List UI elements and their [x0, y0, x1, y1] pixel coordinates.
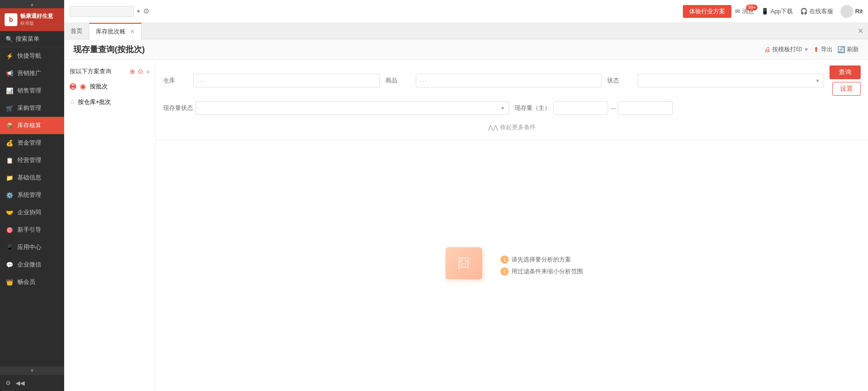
export-btn[interactable]: ⬆ 导出: [813, 45, 833, 54]
page-header-actions: 🖨 按模板打印 ▼ ⬆ 导出 🔄 刷新: [764, 45, 859, 54]
filter-option-by-warehouse-batch[interactable]: ○ 按仓库+批次: [64, 94, 155, 110]
sidebar-item-purchase[interactable]: 🛒 采购管理: [0, 99, 64, 117]
product-field: 商品 ···: [385, 74, 602, 87]
collapse-sidebar-icon[interactable]: ◀◀: [16, 380, 25, 386]
sidebar-item-quick-nav[interactable]: ⚡ 快捷导航: [0, 47, 64, 65]
tab-inventory-batch[interactable]: 库存批次账 ✕: [89, 23, 142, 39]
sidebar: ▲ b 畅康通好生意 标准版 🔍 搜索菜单 ⚡ 快捷导航 📢 营销推广 📊 销售…: [0, 0, 64, 391]
sidebar-item-system[interactable]: ⚙️ 系统管理: [0, 186, 64, 204]
status-select[interactable]: ▼: [637, 74, 824, 87]
sidebar-brand: 畅康通好生意 标准版: [20, 13, 53, 27]
filter-row-1: 仓库 ··· 商品 ··· 状态: [163, 65, 861, 96]
user-menu[interactable]: Rit: [841, 5, 863, 18]
member-label: 畅会员: [17, 278, 35, 286]
page-title: 现存量查询(按批次): [73, 44, 145, 55]
filter-settings-icon[interactable]: ⊙: [138, 68, 143, 75]
refresh-btn[interactable]: 🔄 刷新: [837, 45, 859, 54]
newbie-icon: 🎯: [5, 226, 14, 234]
export-icon: ⬆: [813, 46, 819, 53]
sidebar-item-newbie[interactable]: 🎯 新手引导: [0, 221, 64, 239]
dropdown-icon[interactable]: ▼: [136, 8, 141, 15]
filter-row-2: 现存量状态 ▼ 现存量（主） —: [163, 101, 861, 115]
export-btn-label: 导出: [821, 45, 833, 54]
stock-status-select[interactable]: ▼: [196, 101, 509, 115]
app-download-btn[interactable]: 📱 App下载: [761, 7, 793, 16]
page-header: 现存量查询(按批次) 🖨 按模板打印 ▼ ⬆ 导出 🔄 刷新: [64, 39, 868, 60]
empty-hints: 1 请先选择要分析的方案 2 用过滤条件来缩小分析范围: [500, 255, 583, 276]
online-service-btn[interactable]: 🎧 在线客服: [800, 7, 833, 16]
product-input[interactable]: ···: [416, 74, 602, 87]
add-filter-icon[interactable]: ⊕: [130, 68, 135, 75]
marketing-icon: 📢: [5, 69, 14, 77]
sidebar-item-enterprise[interactable]: 🤝 企业协同: [0, 204, 64, 221]
online-service-label: 在线客服: [809, 7, 833, 16]
hint-1-num: 1: [500, 255, 509, 264]
stock-status-arrow-icon: ▼: [500, 106, 505, 111]
filter-radio-by-batch: [70, 83, 76, 90]
empty-state-content: 1 请先选择要分析的方案 2 用过滤条件来缩小分析范围: [441, 243, 583, 288]
print-btn[interactable]: 🖨 按模板打印 ▼: [764, 45, 809, 54]
collapse-more-label: 收起更多条件: [500, 123, 536, 131]
weixin-label: 企业微信: [17, 261, 41, 269]
collapse-up-icon: ⋀⋀: [488, 124, 498, 131]
filter-by-batch-label: 按批次: [90, 82, 108, 91]
sales-label: 销售管理: [17, 87, 41, 95]
collapse-more-btn[interactable]: ⋀⋀ 收起更多条件: [163, 120, 861, 134]
empty-state: 1 请先选择要分析的方案 2 用过滤条件来缩小分析范围: [156, 140, 868, 391]
print-dropdown-icon[interactable]: ▼: [804, 47, 809, 52]
filter-sidebar-title: 按以下方案查询: [70, 67, 111, 76]
sidebar-header: b 畅康通好生意 标准版: [0, 8, 64, 31]
sidebar-item-finance[interactable]: 💰 资金管理: [0, 134, 64, 152]
stock-qty-to-input[interactable]: [618, 101, 673, 115]
filter-panel: 按以下方案查询 ⊕ ⊙ « ◉ 按批次 ○: [64, 60, 868, 391]
status-arrow-icon: ▼: [815, 78, 820, 83]
sidebar-item-member[interactable]: 👑 畅会员: [0, 273, 64, 291]
search-menu-item[interactable]: 🔍 搜索菜单: [0, 31, 64, 47]
filter-option-by-batch[interactable]: ◉ 按批次: [64, 78, 155, 94]
messages-badge: 99+: [746, 5, 758, 11]
sidebar-scroll-up[interactable]: ▲: [0, 0, 64, 8]
tab-close-icon[interactable]: ✕: [130, 28, 135, 35]
user-avatar: [841, 5, 853, 18]
newbie-label: 新手引导: [17, 226, 41, 234]
main-panel: 仓库 ··· 商品 ··· 状态: [156, 60, 868, 391]
topbar: ▼ ⚙ 体验行业方案 ✉ 消息 99+ 📱 App下载 🎧 在线客服 Rit: [64, 0, 868, 23]
filter-collapse-btn[interactable]: «: [146, 68, 150, 75]
app-center-icon: 📱: [5, 243, 14, 251]
tab-panel-close-btn[interactable]: ✕: [853, 27, 868, 35]
trial-industry-btn[interactable]: 体验行业方案: [683, 5, 731, 18]
warehouse-input[interactable]: ···: [193, 74, 380, 87]
weixin-icon: 💬: [5, 261, 14, 269]
topbar-search-input[interactable]: [70, 6, 134, 17]
stock-qty-from-input[interactable]: [553, 101, 608, 115]
company-name: 畅康通好生意: [20, 13, 53, 20]
sidebar-item-app-center[interactable]: 📱 应用中心: [0, 239, 64, 256]
topbar-right: ✉ 消息 99+ 📱 App下载 🎧 在线客服 Rit: [735, 5, 863, 18]
messages-btn[interactable]: ✉ 消息 99+: [735, 7, 754, 16]
topbar-search-area: ▼ ⚙: [70, 6, 679, 17]
topbar-settings-icon[interactable]: ⚙: [143, 7, 149, 16]
inventory-icon: 📦: [5, 121, 14, 130]
status-field: 状态 ▼: [607, 74, 824, 87]
operations-icon: 📋: [5, 156, 14, 164]
sidebar-item-marketing[interactable]: 📢 营销推广: [0, 65, 64, 82]
settings-footer-icon[interactable]: ⚙: [5, 380, 11, 386]
sidebar-item-operations[interactable]: 📋 经营管理: [0, 152, 64, 169]
refresh-icon: 🔄: [837, 46, 845, 53]
sidebar-scroll-down[interactable]: ▼: [0, 366, 64, 375]
tab-home[interactable]: 首页: [64, 23, 89, 39]
sidebar-footer: ⚙ ◀◀: [0, 375, 64, 391]
sidebar-item-basic[interactable]: 📁 基础信息: [0, 169, 64, 186]
quick-nav-icon: ⚡: [5, 52, 14, 60]
print-icon: 🖨: [764, 46, 770, 53]
edition-label: 标准版: [20, 20, 53, 27]
filter-settings-btn[interactable]: 设置: [832, 82, 861, 96]
stock-qty-field: 现存量（主） —: [515, 101, 861, 115]
finance-label: 资金管理: [17, 139, 41, 147]
filter-by-warehouse-batch-icon: ○: [70, 98, 74, 106]
sales-icon: 📊: [5, 87, 14, 95]
sidebar-item-sales[interactable]: 📊 销售管理: [0, 82, 64, 99]
sidebar-item-weixin[interactable]: 💬 企业微信: [0, 256, 64, 273]
query-btn[interactable]: 查询: [830, 65, 861, 79]
sidebar-item-inventory[interactable]: 📦 库存核算: [0, 117, 64, 134]
